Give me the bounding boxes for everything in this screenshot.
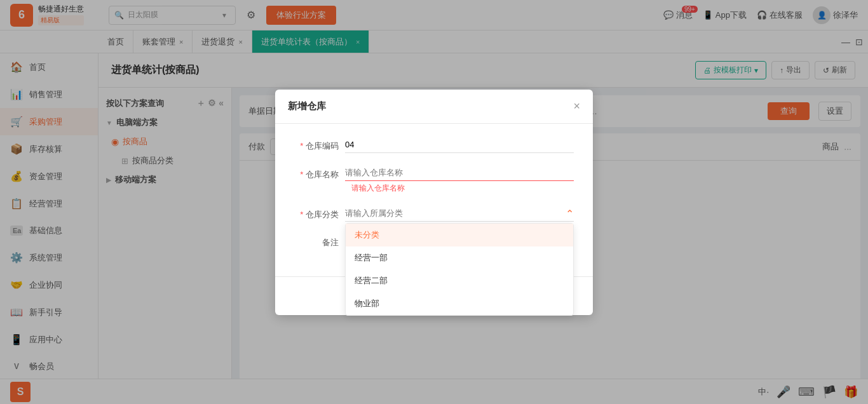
dialog-close-button[interactable]: × <box>573 100 580 113</box>
category-select-wrapper: ⌃ 未分类 经营一部 经营二部 物业部 <box>345 205 574 222</box>
dialog-header: 新增仓库 × <box>275 90 593 124</box>
notes-label: 备注 <box>294 233 345 248</box>
dropdown-item-dept2[interactable]: 经营二部 <box>346 269 573 292</box>
category-input[interactable] <box>345 205 574 222</box>
form-row-category: * 仓库分类 ⌃ 未分类 经营一部 经营二部 物业部 <box>294 205 574 222</box>
dropdown-item-unclassified[interactable]: 未分类 <box>346 224 573 246</box>
dialog-title: 新增仓库 <box>288 100 326 112</box>
form-row-code: * 仓库编码 <box>294 137 574 153</box>
name-error-msg: 请输入仓库名称 <box>294 183 405 194</box>
dropdown-item-dept1[interactable]: 经营一部 <box>346 246 573 269</box>
category-label: * 仓库分类 <box>294 205 345 220</box>
dialog-body: * 仓库编码 * 仓库名称 请输入仓库名称 * <box>275 124 593 276</box>
warehouse-name-input[interactable] <box>345 165 574 181</box>
warehouse-dialog: 新增仓库 × * 仓库编码 * 仓库名称 <box>275 90 593 315</box>
category-arrow-icon[interactable]: ⌃ <box>566 207 574 219</box>
form-row-name: * 仓库名称 请输入仓库名称 <box>294 165 574 194</box>
name-label: * 仓库名称 <box>294 165 345 180</box>
category-dropdown: 未分类 经营一部 经营二部 物业部 <box>345 223 574 316</box>
dialog-overlay: 新增仓库 × * 仓库编码 * 仓库名称 <box>0 0 868 404</box>
dropdown-item-property[interactable]: 物业部 <box>346 292 573 315</box>
code-label: * 仓库编码 <box>294 137 345 152</box>
warehouse-code-input[interactable] <box>345 137 574 153</box>
